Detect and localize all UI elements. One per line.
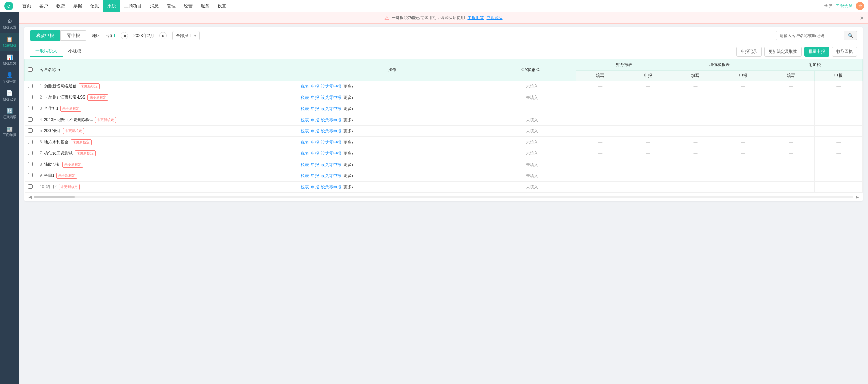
op-link-税表[interactable]: 税表 (301, 106, 309, 111)
gengxin-btn[interactable]: 更新统定及取数 (764, 47, 802, 57)
sidebar-item-tax-records[interactable]: 📄 报税记录 (0, 87, 19, 105)
nav-item-tax[interactable]: 报税 (103, 0, 120, 12)
op-link-申报[interactable]: 申报 (311, 140, 319, 145)
row-checkbox[interactable] (28, 84, 33, 88)
shenbaojilu-btn[interactable]: 申报记录 (736, 47, 762, 57)
op-link-申报[interactable]: 申报 (311, 118, 319, 122)
banner-link-buy[interactable]: 立即购买 (487, 15, 503, 21)
more-action-btn[interactable]: 更多▾ (343, 162, 353, 167)
op-link-申报[interactable]: 申报 (311, 84, 319, 89)
op-link-设为零申报[interactable]: 设为零申报 (321, 118, 341, 122)
nav-item-manage[interactable]: 管理 (163, 0, 180, 12)
select-all-checkbox[interactable] (28, 67, 33, 72)
more-action-btn[interactable]: 更多▾ (343, 140, 353, 145)
op-link-设为零申报[interactable]: 设为零申报 (321, 185, 341, 189)
row-checkbox[interactable] (28, 140, 33, 144)
data-cell: — (719, 148, 767, 159)
row-checkbox[interactable] (28, 117, 33, 122)
op-link-申报[interactable]: 申报 (311, 129, 319, 133)
op-link-申报[interactable]: 申报 (311, 151, 319, 156)
op-link-申报[interactable]: 申报 (311, 106, 319, 111)
nav-item-accounting[interactable]: 记账 (86, 0, 103, 12)
dept-select[interactable]: 全部员工 ▾ (172, 31, 200, 40)
search-btn[interactable]: 🔍 (844, 31, 857, 40)
op-link-申报[interactable]: 申报 (311, 95, 319, 100)
nav-item-home[interactable]: 首页 (18, 0, 35, 12)
status-badge: 未更新核定 (71, 139, 92, 145)
nav-item-invoice[interactable]: 票据 (69, 0, 86, 12)
sidebar-item-personal-tax[interactable]: 👤 个税申报 (0, 69, 19, 87)
banner-link-report[interactable]: 申报汇签 (468, 15, 484, 21)
piliang-btn[interactable]: 批量申报 (804, 47, 829, 57)
op-link-税表[interactable]: 税表 (301, 95, 309, 100)
nav-item-message[interactable]: 消息 (146, 0, 163, 12)
more-action-btn[interactable]: 更多▾ (343, 185, 353, 189)
nav-item-business[interactable]: 工商项目 (120, 0, 146, 12)
table-row: 42013日记账（不要删除验...未更新核定税表申报设为零申报更多▾未填入———… (25, 114, 863, 126)
subtab-small[interactable]: 小规模 (63, 46, 87, 57)
op-link-税表[interactable]: 税表 (301, 84, 309, 89)
op-link-税表[interactable]: 税表 (301, 129, 309, 133)
op-link-设为零申报[interactable]: 设为零申报 (321, 173, 341, 178)
more-action-btn[interactable]: 更多▾ (343, 173, 353, 178)
scroll-thumb[interactable] (34, 196, 75, 198)
more-action-btn[interactable]: 更多▾ (343, 118, 353, 122)
scroll-left-arrow[interactable]: ◀ (27, 194, 33, 200)
more-action-btn[interactable]: 更多▾ (343, 151, 353, 156)
op-link-税表[interactable]: 税表 (301, 151, 309, 156)
nav-item-settings[interactable]: 设置 (214, 0, 231, 12)
data-cell: — (576, 159, 624, 170)
op-link-设为零申报[interactable]: 设为零申报 (321, 151, 341, 156)
more-action-btn[interactable]: 更多▾ (343, 84, 353, 89)
op-link-申报[interactable]: 申报 (311, 162, 319, 167)
nav-item-customer[interactable]: 客户 (35, 0, 52, 12)
more-action-btn[interactable]: 更多▾ (343, 129, 353, 133)
row-checkbox[interactable] (28, 173, 33, 177)
location-info-icon[interactable]: ℹ (114, 33, 115, 38)
row-checkbox[interactable] (28, 184, 33, 189)
op-link-设为零申报[interactable]: 设为零申报 (321, 106, 341, 111)
row-checkbox[interactable] (28, 128, 33, 133)
row-checkbox[interactable] (28, 162, 33, 166)
sidebar-item-annual-report[interactable]: 🏢 工商年报 (0, 123, 19, 141)
op-link-税表[interactable]: 税表 (301, 118, 309, 122)
more-action-btn[interactable]: 更多▾ (343, 106, 353, 111)
op-link-税表[interactable]: 税表 (301, 140, 309, 145)
op-link-设为零申报[interactable]: 设为零申报 (321, 129, 341, 133)
op-link-设为零申报[interactable]: 设为零申报 (321, 140, 341, 145)
premium-btn[interactable]: ⊡ 畅会员 (836, 3, 852, 9)
row-checkbox[interactable] (28, 95, 33, 99)
date-next-btn[interactable]: ▶ (159, 32, 167, 39)
more-action-btn[interactable]: 更多▾ (343, 95, 353, 100)
row-checkbox[interactable] (28, 151, 33, 155)
nav-item-service[interactable]: 服务 (197, 0, 214, 12)
op-link-设为零申报[interactable]: 设为零申报 (321, 162, 341, 167)
ca-status-cell: 未填入 (488, 92, 576, 103)
avatar[interactable]: 会 (856, 2, 864, 10)
nav-item-fee[interactable]: 收费 (52, 0, 69, 12)
row-checkbox[interactable] (28, 106, 33, 110)
tab-zero-declare[interactable]: 零申报 (60, 30, 86, 41)
search-input[interactable] (776, 32, 844, 39)
op-link-税表[interactable]: 税表 (301, 185, 309, 189)
shouhui-btn[interactable]: 收取回执 (832, 47, 857, 57)
op-link-税表[interactable]: 税表 (301, 173, 309, 178)
sidebar-item-tax-settings[interactable]: ⚙ 报税设置 (0, 15, 19, 33)
op-link-设为零申报[interactable]: 设为零申报 (321, 95, 341, 100)
banner-close-btn[interactable]: ✕ (860, 15, 864, 21)
date-prev-btn[interactable]: ◀ (121, 32, 128, 39)
op-link-申报[interactable]: 申报 (311, 185, 319, 189)
sort-icon[interactable]: ▾ (58, 67, 60, 72)
nav-item-operation[interactable]: 经营 (180, 0, 197, 12)
col-surcharge-tax: 附加税 (809, 62, 821, 67)
tab-tax-declare[interactable]: 税款申报 (30, 30, 60, 41)
op-link-设为零申报[interactable]: 设为零申报 (321, 84, 341, 89)
op-link-申报[interactable]: 申报 (311, 173, 319, 178)
sidebar-item-tax-overview[interactable]: 📊 报税总览 (0, 51, 19, 69)
scroll-right-arrow[interactable]: ▶ (854, 194, 860, 200)
sidebar-item-reconciliation[interactable]: 🔢 汇算清缴 (0, 105, 19, 123)
sidebar-item-batch-tax[interactable]: 📋 批量报税 (0, 33, 19, 51)
op-link-税表[interactable]: 税表 (301, 162, 309, 167)
subtab-general[interactable]: 一般纳税人 (30, 46, 63, 57)
fullscreen-btn[interactable]: □ 全屏 (821, 3, 832, 9)
